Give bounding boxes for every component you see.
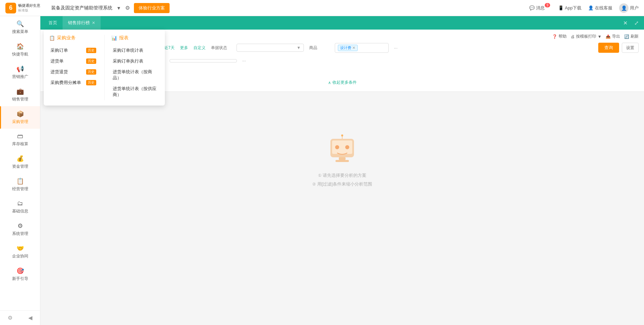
sidebar-bottom: ⚙ ◀ bbox=[0, 310, 40, 325]
tab-home[interactable]: 首页 bbox=[43, 16, 63, 30]
inventory-icon: 🗃 bbox=[17, 133, 23, 140]
dropdown-item-goods-stats[interactable]: 进货单统计表（按商品） bbox=[111, 67, 160, 83]
tab-close-icon[interactable]: ✕ bbox=[92, 21, 95, 25]
empty-illustration bbox=[322, 132, 362, 166]
purchase-section: 📋 采购业务 采购订单 历史 进货单 历史 进货退货 历史 采购费用分摊单 历史 bbox=[49, 35, 98, 100]
messages-action[interactable]: 💬 消息 9 bbox=[529, 5, 551, 11]
system-dropdown-button[interactable]: ▼ bbox=[116, 5, 121, 11]
svg-rect-5 bbox=[335, 160, 349, 162]
system-icon: ⚙ bbox=[17, 222, 23, 230]
goods-tag-close[interactable]: ✕ bbox=[352, 46, 355, 50]
system-title: 装备及固定资产辅助管理系统 bbox=[51, 5, 112, 11]
tab-close-window-button[interactable]: ✕ bbox=[620, 18, 630, 28]
sidebar-item-operations[interactable]: 📋 经营管理 bbox=[0, 173, 40, 196]
collapse-chevron-icon: ∧ bbox=[328, 80, 331, 85]
export-icon: 📤 bbox=[606, 34, 611, 39]
svg-rect-4 bbox=[339, 157, 346, 160]
sidebar-item-finance[interactable]: 💰 资金管理 bbox=[0, 151, 40, 173]
salesperson-more-dots[interactable]: ··· bbox=[242, 58, 246, 63]
report-section-title: 📊 报表 bbox=[111, 35, 160, 41]
logo-icon: 6 bbox=[5, 3, 16, 13]
marketing-icon: 📢 bbox=[16, 65, 24, 73]
tab-sales-rank[interactable]: 销售排行榜 ✕ bbox=[63, 16, 101, 30]
dropdown-item-order-stats[interactable]: 采购订单统计表 bbox=[111, 45, 160, 56]
purchase-icon: 📦 bbox=[16, 110, 24, 118]
service-icon: 👤 bbox=[588, 5, 594, 10]
dropdown-item-purchase-order[interactable]: 采购订单 历史 bbox=[49, 45, 98, 56]
refresh-button[interactable]: 🔄 刷新 bbox=[624, 34, 639, 39]
export-button[interactable]: 📤 导出 bbox=[606, 34, 620, 39]
svg-point-3 bbox=[345, 145, 349, 149]
status-dropdown-icon: ▼ bbox=[297, 45, 301, 50]
app-download-action[interactable]: 📱 App下载 bbox=[558, 5, 581, 11]
empty-state: ① 请先选择要分析的方案 ② 用[过滤]条件来缩小分析范围 bbox=[40, 92, 644, 230]
search-button[interactable]: 查询 bbox=[598, 43, 619, 53]
tab-bar: 首页 销售排行榜 ✕ ✕ ⤢ bbox=[40, 16, 644, 30]
sidebar: 🔍 搜索菜单 🏠 快捷导航 📢 营销推广 💼 销售管理 📦 采购管理 🗃 库存核… bbox=[0, 16, 40, 325]
status-input[interactable]: ▼ bbox=[237, 44, 304, 52]
system-settings-button[interactable]: ⚙ bbox=[125, 5, 130, 11]
date-custom-button[interactable]: 自定义 bbox=[193, 45, 206, 51]
logo-text: 畅捷通好生意 标准版 bbox=[18, 3, 40, 12]
report-section-icon: 📊 bbox=[111, 35, 117, 41]
search-icon: 🔍 bbox=[16, 20, 24, 28]
purchase-dropdown-menu: 📋 采购业务 采购订单 历史 进货单 历史 进货退货 历史 采购费用分摊单 历史… bbox=[44, 30, 165, 106]
print-template-button[interactable]: 🖨 按模板打印 ▼ bbox=[571, 34, 602, 39]
online-service-action[interactable]: 👤 在线客服 bbox=[588, 5, 612, 11]
tab-bar-actions: ✕ ⤢ bbox=[620, 18, 641, 28]
user-action[interactable]: 👤 用户 bbox=[619, 3, 639, 13]
guide-icon: 🎯 bbox=[16, 267, 24, 275]
purchase-section-icon: 📋 bbox=[49, 35, 55, 41]
phone-icon: 📱 bbox=[558, 5, 564, 10]
sidebar-item-system[interactable]: ⚙ 系统管理 bbox=[0, 218, 40, 241]
dropdown-item-purchase-incoming[interactable]: 进货单 历史 bbox=[49, 56, 98, 67]
sidebar-item-search[interactable]: 🔍 搜索菜单 bbox=[0, 16, 40, 39]
goods-tag: 设计费 ✕ bbox=[338, 45, 358, 51]
sidebar-item-marketing[interactable]: 📢 营销推广 bbox=[0, 61, 40, 84]
sidebar-item-sales[interactable]: 💼 销售管理 bbox=[0, 84, 40, 106]
sidebar-item-inventory[interactable]: 🗃 库存核算 bbox=[0, 129, 40, 151]
empty-hint-2: ② 用[过滤]条件来缩小分析范围 bbox=[312, 181, 372, 187]
goods-input[interactable]: 设计费 ✕ bbox=[335, 43, 389, 53]
history-badge-1: 历史 bbox=[86, 58, 96, 64]
bottom-collapse-button[interactable]: ◀ bbox=[28, 315, 32, 321]
bottom-settings-button[interactable]: ⚙ bbox=[8, 315, 12, 321]
history-badge-0: 历史 bbox=[86, 48, 96, 53]
sidebar-item-basic[interactable]: 🗂 基础信息 bbox=[0, 196, 40, 218]
help-icon: ❓ bbox=[552, 34, 557, 39]
message-icon: 💬 bbox=[529, 5, 535, 10]
empty-hint-1: ① 请先选择要分析的方案 bbox=[318, 172, 367, 178]
settings-button[interactable]: 设置 bbox=[622, 43, 639, 53]
print-icon: 🖨 bbox=[571, 34, 575, 39]
header-right: 💬 消息 9 📱 App下载 👤 在线客服 👤 用户 bbox=[529, 3, 639, 13]
avatar: 👤 bbox=[619, 3, 629, 13]
sidebar-item-quick-nav[interactable]: 🏠 快捷导航 bbox=[0, 39, 40, 61]
sales-icon: 💼 bbox=[16, 88, 24, 95]
print-dropdown-icon: ▼ bbox=[598, 34, 602, 39]
sidebar-item-enterprise[interactable]: 🤝 企业协同 bbox=[0, 241, 40, 263]
help-button[interactable]: ❓ 帮助 bbox=[552, 34, 567, 39]
message-badge: 9 bbox=[545, 3, 550, 7]
home-icon: 🏠 bbox=[16, 43, 24, 50]
svg-point-2 bbox=[335, 145, 339, 149]
dropdown-item-purchase-return[interactable]: 进货退货 历史 bbox=[49, 67, 98, 77]
dropdown-item-purchase-expense[interactable]: 采购费用分摊单 历史 bbox=[49, 77, 98, 88]
sidebar-item-guide[interactable]: 🎯 新手引导 bbox=[0, 263, 40, 286]
sidebar-item-purchase[interactable]: 📦 采购管理 bbox=[0, 106, 40, 129]
dropdown-item-order-exec[interactable]: 采购订单执行表 bbox=[111, 56, 160, 67]
action-buttons: 查询 设置 bbox=[598, 43, 639, 53]
industry-button[interactable]: 体验行业方案 bbox=[134, 3, 170, 13]
date-more-button[interactable]: 更多 bbox=[180, 45, 188, 51]
tab-maximize-button[interactable]: ⤢ bbox=[632, 18, 641, 28]
salesperson-input[interactable] bbox=[170, 59, 237, 63]
svg-point-7 bbox=[341, 134, 343, 136]
goods-more-dots[interactable]: ··· bbox=[394, 45, 398, 50]
refresh-icon: 🔄 bbox=[624, 34, 629, 39]
date-7days-button[interactable]: 近7天 bbox=[164, 45, 175, 51]
logo-area: 6 畅捷通好生意 标准版 bbox=[5, 3, 46, 13]
purchase-section-title: 📋 采购业务 bbox=[49, 35, 98, 41]
dropdown-item-supplier-stats[interactable]: 进货单统计表（按供应商） bbox=[111, 83, 160, 100]
dropdown-divider bbox=[104, 35, 105, 100]
operations-icon: 📋 bbox=[16, 177, 24, 185]
header-middle: 装备及固定资产辅助管理系统 ▼ ⚙ 体验行业方案 bbox=[46, 3, 529, 13]
